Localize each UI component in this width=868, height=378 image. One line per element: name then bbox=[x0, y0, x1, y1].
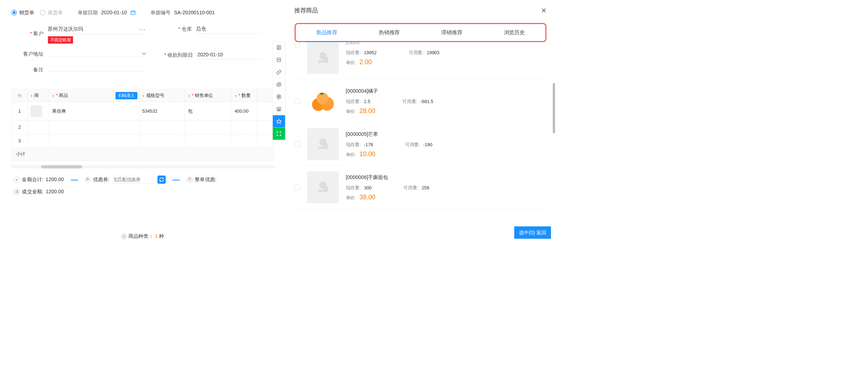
panel-tab-0[interactable]: 新品推荐 bbox=[296, 24, 358, 41]
product-name: [0000006]手撕面包 bbox=[346, 174, 547, 180]
product-info: [0000005]芒果 现存量:-178 可用量:-190 单价:10.00 bbox=[346, 131, 547, 158]
tab-sales-label: 销货单 bbox=[19, 9, 34, 16]
avail-stat: 可用量:19903 bbox=[409, 50, 440, 56]
due-date-label: 收款到期日 bbox=[164, 51, 193, 58]
yen-icon: ¥ bbox=[14, 177, 20, 183]
total-amount: ¥ 金额合计: 1200.00 bbox=[14, 176, 64, 183]
discount-label: 整单优惠: bbox=[195, 176, 216, 183]
line-items-table: ▲▼商 ▲▼商品扫码录入 ▲▼规格型号 ▲▼销售单位 ▲▼数量 1 果倍爽 53… bbox=[11, 89, 274, 161]
select-return-button[interactable]: 选中(0) 返回 bbox=[514, 226, 551, 239]
summary-row: ¥ 金额合计: 1200.00 — 券 优惠券: — 优 整单优惠: bbox=[5, 171, 281, 188]
product-thumbnail bbox=[307, 128, 339, 160]
minus-icon-2: — bbox=[173, 175, 180, 184]
tool-chart-icon[interactable] bbox=[273, 53, 285, 66]
product-checkbox[interactable] bbox=[295, 185, 300, 190]
row-product[interactable] bbox=[49, 121, 139, 134]
stock-stat: 现存量:2.5 bbox=[346, 98, 371, 104]
coupon-label: 优惠券: bbox=[93, 176, 109, 183]
svg-rect-0 bbox=[131, 11, 135, 15]
warehouse-input[interactable]: 总仓 bbox=[196, 24, 260, 34]
remark-label: 备注 bbox=[16, 66, 44, 73]
product-item[interactable]: [0000004]橘子 现存量:2.5 可用量:-681.5 单价:28.00 bbox=[295, 80, 546, 123]
product-name: [0000005]芒果 bbox=[346, 131, 547, 137]
doc-number-field: 单据编号 SA-20200110-001 bbox=[150, 9, 215, 16]
row-spec[interactable]: 534532 bbox=[139, 102, 185, 120]
col-image[interactable]: ▲▼商 bbox=[27, 89, 49, 102]
horizontal-scrollbar[interactable] bbox=[11, 165, 274, 168]
col-spec[interactable]: ▲▼规格型号 bbox=[139, 89, 185, 102]
due-date-field: 收款到期日 2020-01-10 bbox=[164, 50, 261, 59]
close-icon[interactable]: ✕ bbox=[541, 6, 547, 14]
product-checkbox[interactable] bbox=[295, 42, 300, 47]
product-item[interactable]: 250ml 现存量:19952 可用量:19903 单价:2.00 bbox=[295, 42, 546, 80]
row-spec[interactable] bbox=[139, 134, 185, 148]
table-row[interactable]: 3 bbox=[12, 134, 274, 148]
panel-tab-1[interactable]: 热销推荐 bbox=[358, 24, 420, 41]
scan-entry-button[interactable]: 扫码录入 bbox=[116, 92, 137, 99]
col-unit[interactable]: ▲▼销售单位 bbox=[185, 89, 232, 102]
address-label: 客户地址 bbox=[16, 50, 44, 57]
tool-list-icon[interactable] bbox=[273, 41, 285, 54]
due-date-input[interactable]: 2020-01-10 bbox=[197, 50, 261, 59]
product-item[interactable]: [0000005]芒果 现存量:-178 可用量:-190 单价:10.00 bbox=[295, 123, 546, 166]
refresh-button[interactable] bbox=[157, 175, 165, 184]
col-product[interactable]: ▲▼商品扫码录入 bbox=[49, 89, 139, 102]
radio-unselected-icon bbox=[40, 10, 45, 15]
table-row[interactable]: 1 果倍爽 534532 包 400.00 bbox=[12, 102, 274, 121]
row-product[interactable] bbox=[49, 134, 139, 148]
row-unit[interactable] bbox=[185, 121, 232, 134]
kinds-value: 1 bbox=[155, 233, 158, 239]
subtotal-row: 小计 bbox=[12, 148, 274, 160]
tool-expand-icon[interactable] bbox=[273, 128, 285, 140]
row-unit[interactable]: 包 bbox=[185, 102, 232, 120]
tool-currency-icon[interactable] bbox=[273, 103, 285, 116]
panel-tab-3[interactable]: 浏览历史 bbox=[483, 24, 545, 41]
row-spec[interactable] bbox=[139, 121, 185, 134]
row-qty[interactable]: 400.00 bbox=[232, 102, 257, 120]
table-row[interactable]: 2 bbox=[12, 121, 274, 134]
col-settings[interactable] bbox=[12, 89, 28, 102]
discount-icon: 优 bbox=[187, 177, 193, 183]
tab-sales-order[interactable]: 销货单 bbox=[11, 9, 34, 16]
product-checkbox[interactable] bbox=[295, 98, 300, 104]
stats-icon: 品 bbox=[121, 234, 127, 240]
product-info: [0000004]橘子 现存量:2.5 可用量:-681.5 单价:28.00 bbox=[346, 87, 547, 114]
product-checkbox[interactable] bbox=[295, 142, 300, 147]
product-thumbnail bbox=[307, 42, 339, 74]
svg-marker-13 bbox=[277, 119, 281, 123]
doc-date-value[interactable]: 2020-01-10 bbox=[101, 10, 127, 16]
price-stat: 单价:38.00 bbox=[346, 194, 547, 201]
tool-star-icon[interactable] bbox=[273, 115, 285, 128]
scrollbar-thumb[interactable] bbox=[553, 83, 555, 133]
svg-point-10 bbox=[277, 82, 281, 87]
tool-link-icon[interactable] bbox=[273, 66, 285, 78]
row-qty[interactable] bbox=[232, 121, 257, 134]
calendar-icon[interactable] bbox=[130, 10, 136, 15]
chevron-down-icon[interactable] bbox=[142, 52, 146, 55]
deal-value: 1200.00 bbox=[46, 189, 64, 195]
row-qty[interactable] bbox=[232, 134, 257, 148]
tab-return-order[interactable]: 退货单 bbox=[40, 9, 63, 16]
coupon-input[interactable] bbox=[112, 175, 155, 184]
warehouse-field: 仓库 总仓 bbox=[164, 24, 260, 34]
row-product[interactable]: 果倍爽 bbox=[49, 102, 139, 120]
panel-tab-2[interactable]: 滞销推荐 bbox=[420, 24, 483, 41]
remark-input[interactable] bbox=[48, 68, 146, 71]
more-dots-icon[interactable]: ⋯ bbox=[139, 25, 146, 33]
row-thumb bbox=[27, 121, 49, 134]
address-input[interactable] bbox=[48, 51, 146, 57]
tool-transfer-icon[interactable] bbox=[273, 78, 285, 91]
total-label: 金额合计: bbox=[22, 176, 43, 183]
product-item[interactable]: [0000006]手撕面包 现存量:300 可用量:256 单价:38.00 bbox=[295, 166, 546, 209]
doc-date-label: 单据日期 bbox=[78, 9, 98, 16]
product-name: 250ml bbox=[346, 42, 547, 46]
col-qty[interactable]: ▲▼数量 bbox=[232, 89, 257, 102]
row-index: 3 bbox=[12, 134, 28, 148]
row-unit[interactable] bbox=[185, 134, 232, 148]
product-list[interactable]: 250ml 现存量:19952 可用量:19903 单价:2.00 [00000… bbox=[286, 42, 556, 225]
customer-input[interactable]: 苏州万达沃尔玛 ⋯ bbox=[48, 24, 146, 34]
deal-label: 成交金额: bbox=[22, 188, 43, 195]
deal-amount: 成 成交金额: 1200.00 bbox=[14, 188, 64, 195]
tool-bookmark-icon[interactable] bbox=[273, 91, 285, 103]
form-section: 客户 苏州万达沃尔玛 ⋯ 不固定账期 仓库 总仓 客户地址 bbox=[5, 19, 281, 84]
